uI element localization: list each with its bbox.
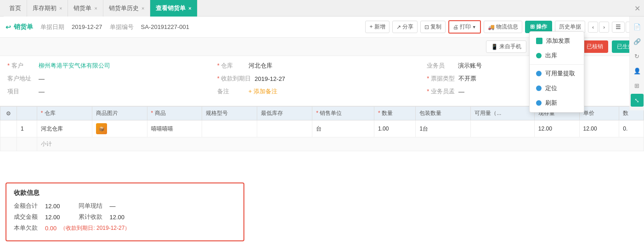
row-image: 📦 — [92, 120, 147, 137]
share-button[interactable]: ↗ 分享 — [392, 21, 418, 33]
note-add[interactable]: + 添加备注 — [245, 87, 281, 96]
staff-label: 业务员 — [427, 62, 454, 70]
payment-row-1: 金额合计 12.00 同单现结 — — [14, 202, 236, 210]
add-button[interactable]: + 新增 — [365, 21, 389, 33]
staff-value: 演示账号 — [454, 62, 486, 70]
xiao-label: 已核销 — [587, 43, 603, 50]
dropdown-locate[interactable]: 定位 — [530, 81, 584, 96]
products-table: ⚙ * 仓库 商品图片 * 商品 规格型号 最低库存 * 销售单位 * 数量 包… — [0, 106, 644, 151]
tab-sales-order-close[interactable]: × — [94, 6, 97, 11]
from-mobile-label: 来自手机 — [499, 43, 521, 51]
row-spec — [202, 120, 257, 137]
tab-sales-history-close[interactable]: × — [141, 6, 144, 11]
due-date-note: （收款到期日: 2019-12-27） — [60, 224, 130, 232]
sidebar-user-icon[interactable]: 👤 — [631, 64, 644, 77]
col-warehouse: * 仓库 — [37, 107, 92, 120]
dropdown-add-invoice[interactable]: 添加发票 — [530, 34, 584, 48]
same-settle-item: 同单现结 — — [79, 202, 116, 210]
copy-button[interactable]: ⊡ 复制 — [420, 21, 446, 33]
row-price: 12.00 — [579, 120, 619, 137]
dropdown-available-qty[interactable]: 可用量提取 — [530, 66, 584, 81]
print-label: 打印 — [460, 23, 471, 31]
sidebar-table-icon[interactable]: ⊞ — [631, 79, 644, 92]
address-label: 客户地址 — [7, 74, 35, 83]
doc-title-section: ↩ 销货单 — [6, 23, 33, 31]
col-image: 商品图片 — [92, 107, 147, 120]
from-mobile-button[interactable]: 📱 来自手机 — [486, 40, 526, 53]
tab-sales-order[interactable]: 销货单 × — [68, 0, 103, 17]
tab-inventory-init[interactable]: 库存期初 × — [27, 0, 68, 17]
list-view-button[interactable]: ☰ — [612, 22, 625, 33]
row-pack-qty: 1台 — [416, 120, 471, 137]
available-qty-icon — [536, 71, 542, 76]
cumulative-item: 累计收款 12.00 — [79, 213, 125, 221]
tab-inventory-init-close[interactable]: × — [59, 6, 62, 11]
payment-info: 收款信息 金额合计 12.00 同单现结 — 成交金额 12.00 — [6, 182, 244, 241]
address-field: 客户地址 — — [7, 74, 217, 83]
transaction-item: 成交金额 12.00 — [14, 213, 60, 221]
operations-icon: ⊞ — [530, 23, 535, 30]
tab-home-label: 首页 — [9, 4, 21, 12]
doc-title-icon: ↩ — [6, 23, 11, 31]
total-label: 金额合计 — [14, 202, 41, 210]
subtotal-row: 小计 — [0, 137, 644, 151]
tab-sales-order-label: 销货单 — [73, 4, 91, 12]
project-value: — — [35, 88, 48, 95]
xiao-button[interactable]: 已核销 — [582, 40, 608, 53]
current-due-label: 本单欠款 — [14, 224, 41, 232]
tab-sales-history-label: 销货单历史 — [109, 4, 139, 12]
window-close[interactable]: ✕ — [634, 4, 640, 12]
logistics-button[interactable]: 🚚 物流信息 — [484, 21, 522, 33]
sidebar-doc-icon[interactable]: 📄 — [631, 20, 644, 33]
sidebar-link-icon[interactable]: 🔗 — [631, 35, 644, 48]
copy-icon: ⊡ — [424, 24, 429, 30]
bottom-area: 收款信息 金额合计 12.00 同单现结 — 成交金额 12.00 — [0, 179, 644, 245]
tab-sales-history[interactable]: 销货单历史 × — [103, 0, 150, 17]
history-label: 历史单据 — [559, 23, 581, 31]
sales-staff-label: 业务员孟 — [427, 87, 455, 96]
tab-view-sales-close[interactable]: × — [188, 6, 191, 11]
address-value: — — [35, 75, 48, 82]
customer-field: 客户 柳州粤港平安气体有限公司 — [7, 62, 217, 70]
col-settings: ⚙ — [0, 107, 17, 120]
print-dropdown-icon: ▼ — [472, 25, 476, 29]
doc-actions: + 新增 ↗ 分享 ⊡ 复制 🖨 打印 ▼ — [365, 20, 638, 34]
customer-label: 客户 — [7, 62, 35, 70]
print-button[interactable]: 🖨 打印 ▼ — [449, 21, 480, 33]
tab-view-sales[interactable]: 查看销货单 × — [150, 0, 197, 17]
subtotal-index — [17, 137, 37, 151]
payment-row-3: 本单欠款 0.00 （收款到期日: 2019-12-27） — [14, 224, 236, 232]
nav-arrows: ‹ › — [588, 22, 609, 33]
tab-view-sales-label: 查看销货单 — [156, 4, 186, 12]
prev-button[interactable]: ‹ — [588, 22, 598, 33]
project-label: 项目 — [7, 87, 35, 96]
note-label: 备注 — [217, 87, 245, 96]
col-unit: * 销售单位 — [312, 107, 374, 120]
doc-date-value: 2019-12-27 — [72, 23, 102, 30]
operations-dropdown: 添加发票 出库 可用量提取 定位 刷新 — [529, 31, 584, 113]
sidebar-rotate-icon[interactable]: ↻ — [631, 50, 644, 63]
payment-row-2: 成交金额 12.00 累计收款 12.00 — [14, 213, 236, 221]
add-label: + 新增 — [369, 23, 385, 31]
out-warehouse-label: 出库 — [545, 51, 557, 60]
col-product: * 商品 — [147, 107, 202, 120]
row-warehouse: 河北仓库 — [37, 120, 92, 137]
locate-label: 定位 — [545, 84, 557, 92]
dropdown-out-warehouse[interactable]: 出库 — [530, 48, 584, 63]
sidebar-expand-icon[interactable]: ⤡ — [631, 94, 644, 107]
tab-home[interactable]: 首页 — [4, 0, 27, 17]
row-stock: 12.00 — [534, 120, 579, 137]
next-button[interactable]: › — [599, 22, 609, 33]
doc-number-value: SA-20191227-001 — [141, 23, 190, 30]
add-invoice-icon — [536, 38, 542, 44]
dropdown-refresh[interactable]: 刷新 — [530, 96, 584, 110]
note-field: 备注 + 添加备注 — [217, 87, 427, 96]
subtotal-label: 小计 — [37, 137, 644, 151]
share-label: 分享 — [402, 23, 413, 31]
customer-value[interactable]: 柳州粤港平安气体有限公司 — [35, 62, 114, 70]
col-min-stock: 最低库存 — [257, 107, 312, 120]
same-settle-value: — — [110, 203, 116, 210]
project-field: 项目 — — [7, 87, 217, 96]
tab-bar: 首页 库存期初 × 销货单 × 销货单历史 × 查看销货单 × ✕ — [0, 0, 644, 17]
col-quantity: * 数量 — [374, 107, 416, 120]
